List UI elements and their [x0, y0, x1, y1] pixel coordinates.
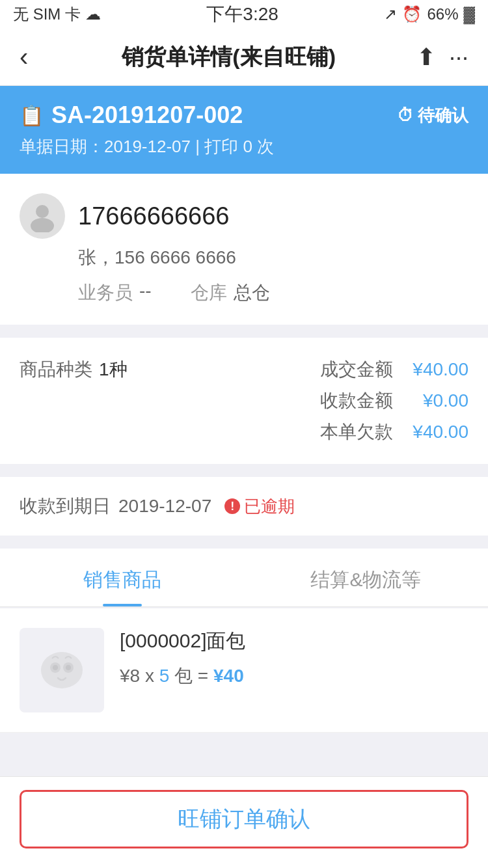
svg-point-2	[41, 652, 83, 688]
tab-settlement-logistics[interactable]: 结算&物流等	[244, 549, 488, 606]
customer-top: 17666666666	[20, 193, 468, 239]
order-number-left: 📋 SA-20191207-002	[20, 102, 243, 129]
product-thumbnail	[20, 628, 104, 712]
order-status-text: 待确认	[418, 104, 468, 127]
battery-label: 66%	[427, 5, 458, 23]
overdue-icon: !	[224, 498, 240, 514]
due-date-label: 收款到期日	[20, 494, 111, 519]
battery-icon: ▓	[464, 5, 476, 23]
order-status: ⏱ 待确认	[397, 104, 468, 127]
bottom-bar: 旺铺订单确认	[0, 776, 488, 868]
status-time: 下午3:28	[206, 2, 278, 27]
tab-settlement-logistics-label: 结算&物流等	[310, 569, 421, 590]
stats-section: 商品种类 1种 成交金额 ¥40.00 收款金额 ¥0.00 本单欠款 ¥40.…	[0, 338, 488, 464]
tabs-row: 销售商品 结算&物流等	[0, 549, 488, 606]
tabs-section: 销售商品 结算&物流等	[0, 549, 488, 607]
transaction-amount-label: 成交金额	[320, 357, 393, 382]
sim-label: 无 SIM 卡 ☁	[13, 4, 101, 25]
warehouse-label: 仓库	[191, 280, 227, 305]
product-qty: 5	[159, 666, 170, 686]
nav-bar: ‹ 销货单详情(来自旺铺) ⬆ ···	[0, 29, 488, 86]
owed-amount-value: ¥40.00	[403, 422, 468, 442]
share-icon[interactable]: ⬆	[416, 44, 436, 71]
overdue-badge: ! 已逾期	[224, 495, 295, 518]
transaction-amount-value: ¥40.00	[403, 359, 468, 380]
warehouse-item: 仓库 总仓	[191, 280, 270, 305]
svg-point-5	[53, 665, 58, 670]
due-date-value: 2019-12-07	[118, 496, 211, 517]
status-bar: 无 SIM 卡 ☁ 下午3:28 ↗ ⏰ 66% ▓	[0, 0, 488, 29]
received-amount-row: 收款金额 ¥0.00	[320, 388, 468, 413]
price-per-unit: ¥8	[120, 666, 140, 686]
product-types-label: 商品种类	[20, 357, 92, 382]
order-banner: 📋 SA-20191207-002 ⏱ 待确认 单据日期：2019-12-07 …	[0, 86, 488, 174]
financial-stats: 成交金额 ¥40.00 收款金额 ¥0.00 本单欠款 ¥40.00	[320, 357, 468, 444]
products-section: [0000002]面包 ¥8 x 5 包 = ¥40	[0, 608, 488, 733]
order-date: 单据日期：2019-12-07 | 打印 0 次	[20, 135, 468, 158]
product-item: [0000002]面包 ¥8 x 5 包 = ¥40	[0, 608, 488, 733]
received-amount-label: 收款金额	[320, 388, 393, 413]
owed-amount-row: 本单欠款 ¥40.00	[320, 420, 468, 444]
salesperson-value: --	[139, 280, 152, 305]
status-clock-icon: ⏱	[397, 105, 414, 126]
back-button[interactable]: ‹	[20, 42, 28, 72]
product-price: ¥8 x 5 包 = ¥40	[120, 664, 468, 688]
product-types: 商品种类 1种	[20, 357, 320, 382]
product-name: [0000002]面包	[120, 628, 468, 655]
order-number-text: SA-20191207-002	[51, 102, 243, 129]
alarm-icon: ⏰	[402, 5, 422, 23]
owed-amount-label: 本单欠款	[320, 420, 393, 444]
confirm-order-button[interactable]: 旺铺订单确认	[20, 790, 468, 848]
more-icon[interactable]: ···	[449, 44, 468, 71]
order-icon: 📋	[20, 104, 44, 127]
multiply-symbol: x	[145, 666, 154, 686]
nav-actions: ⬆ ···	[416, 44, 468, 71]
customer-phone: 17666666666	[78, 202, 229, 230]
warehouse-value: 总仓	[234, 280, 270, 305]
tab-sales-products[interactable]: 销售商品	[0, 549, 244, 606]
location-icon: ↗	[384, 5, 397, 23]
status-right: ↗ ⏰ 66% ▓	[384, 5, 475, 23]
salesperson-label: 业务员	[78, 280, 133, 305]
product-info: [0000002]面包 ¥8 x 5 包 = ¥40	[120, 628, 468, 712]
svg-point-6	[66, 665, 71, 670]
salesperson-item: 业务员 --	[78, 280, 152, 305]
svg-point-0	[36, 205, 49, 218]
svg-point-1	[31, 218, 54, 232]
overdue-text: 已逾期	[244, 495, 295, 518]
due-section: 收款到期日 2019-12-07 ! 已逾期	[0, 477, 488, 536]
avatar	[20, 193, 65, 239]
customer-meta: 业务员 -- 仓库 总仓	[78, 280, 468, 305]
product-unit: 包	[174, 666, 193, 686]
tab-sales-products-label: 销售商品	[83, 569, 161, 590]
product-types-value: 1种	[99, 357, 128, 382]
equals-symbol: =	[198, 666, 208, 686]
received-amount-value: ¥0.00	[403, 390, 468, 411]
transaction-amount-row: 成交金额 ¥40.00	[320, 357, 468, 382]
status-left: 无 SIM 卡 ☁	[13, 4, 101, 25]
customer-name: 张，156 6666 6666	[78, 245, 468, 270]
order-number-row: 📋 SA-20191207-002 ⏱ 待确认	[20, 102, 468, 129]
page-title: 销货单详情(来自旺铺)	[41, 42, 416, 72]
confirm-order-label: 旺铺订单确认	[178, 804, 310, 834]
product-total: ¥40	[213, 666, 244, 686]
customer-section: 17666666666 张，156 6666 6666 业务员 -- 仓库 总仓	[0, 174, 488, 325]
